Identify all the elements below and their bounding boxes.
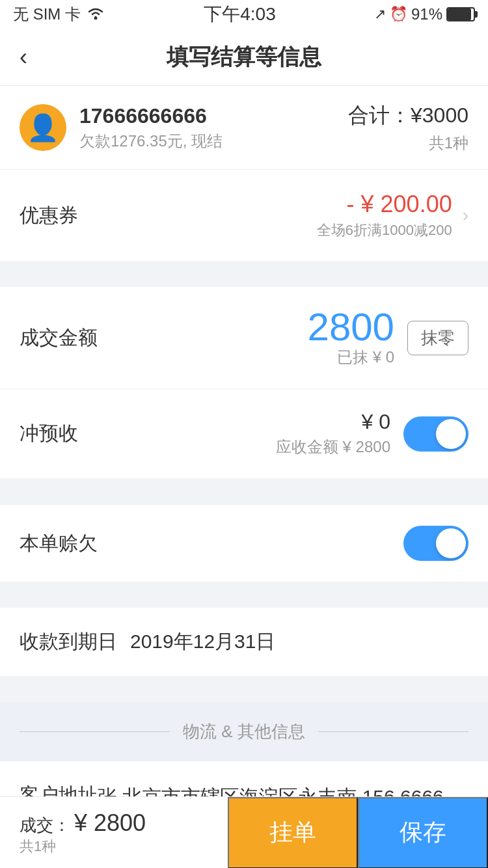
gray-divider-4 [0,689,488,702]
avatar: 👤 [20,104,66,151]
wifi-icon [86,5,105,23]
footer-deal-label: 成交： [20,814,70,837]
customer-phone: 17666666666 [79,104,223,128]
customer-row: 👤 17666666666 欠款1276.35元, 现结 合计：¥3000 共1… [0,86,488,169]
battery-icon [446,7,475,21]
toggle-knob [436,419,466,449]
benshanqiaoqian-row: 本单赊欠 [0,505,488,582]
gray-divider-1 [0,274,488,287]
footer-info: 成交： ¥ 2800 共1种 [0,809,228,856]
footer-deal-amount: ¥ 2800 [74,809,146,837]
back-button[interactable]: ‹ [20,44,59,71]
sim-text: 无 SIM 卡 [13,4,81,25]
deal-label: 成交金额 [20,325,98,351]
customer-sub-info: 欠款1276.35元, 现结 [79,131,223,152]
chongyu-right: ¥ 0 应收金额 ¥ 2800 [276,410,468,457]
customer-info: 17666666666 欠款1276.35元, 现结 [79,104,223,152]
chongyu-toggle[interactable] [403,416,468,452]
nav-bar: ‹ 填写结算等信息 [0,29,488,86]
round-button[interactable]: 抹零 [407,321,468,355]
footer-count: 共1种 [20,837,208,856]
chongyu-sub: 应收金额 ¥ 2800 [276,437,390,457]
battery-percent: 91% [411,5,442,23]
status-bar: 无 SIM 卡 下午4:03 ↗ ⏰ 91% [0,0,488,29]
footer: 成交： ¥ 2800 共1种 挂单 保存 [0,796,488,868]
user-icon: 👤 [27,113,59,143]
logistics-label: 物流 & 其他信息 [170,720,318,743]
benshanqiaoqian-section: 本单赊欠 [0,505,488,582]
coupon-label: 优惠券 [20,202,78,229]
deal-amount-sub: 已抹 ¥ 0 [308,347,394,368]
customer-section: 👤 17666666666 欠款1276.35元, 现结 合计：¥3000 共1… [0,86,488,261]
status-left: 无 SIM 卡 [13,4,105,25]
alarm-icon: ⏰ [390,6,407,23]
coupon-desc: 全场6折满1000减200 [317,221,452,240]
logistics-line-left [20,731,170,732]
gray-divider-2 [0,492,488,505]
svg-point-0 [94,17,98,20]
logistics-header: 物流 & 其他信息 [0,702,488,761]
status-time: 下午4:03 [204,2,276,27]
benshanqiaoqian-toggle-knob [436,528,466,558]
duedate-row: 收款到期日 2019年12月31日 [0,608,488,676]
hang-order-button[interactable]: 挂单 [228,797,358,869]
benshanqiaoqian-toggle[interactable] [403,526,468,561]
chongyu-row: 冲预收 ¥ 0 应收金额 ¥ 2800 [0,389,488,479]
status-right: ↗ ⏰ 91% [374,5,475,23]
duedate-label: 收款到期日 [20,629,117,655]
customer-right: 合计：¥3000 共1种 [348,102,468,154]
duedate-section: 收款到期日 2019年12月31日 [0,608,488,676]
duedate-value: 2019年12月31日 [130,629,275,655]
coupon-chevron-icon: › [463,205,468,226]
deal-section: 成交金额 2800 已抹 ¥ 0 抹零 冲预收 ¥ 0 应收金额 ¥ 2800 [0,287,488,479]
chongyu-amount: ¥ 0 [276,410,390,434]
deal-amount-row: 成交金额 2800 已抹 ¥ 0 抹零 [0,287,488,389]
chongyu-label: 冲预收 [20,420,78,447]
total-count: 共1种 [348,133,468,154]
total-amount: 合计：¥3000 [348,102,468,130]
benshanqiaoqian-label: 本单赊欠 [20,530,98,557]
location-icon: ↗ [374,6,386,23]
save-button[interactable]: 保存 [358,797,488,869]
coupon-row[interactable]: 优惠券 - ¥ 200.00 全场6折满1000减200 › [0,169,488,261]
page-title: 填写结算等信息 [167,42,321,72]
logistics-line-right [318,731,468,732]
deal-amount-value: 2800 [308,308,394,347]
gray-divider-3 [0,595,488,608]
customer-left: 👤 17666666666 欠款1276.35元, 现结 [20,104,223,152]
coupon-discount: - ¥ 200.00 [317,191,452,218]
